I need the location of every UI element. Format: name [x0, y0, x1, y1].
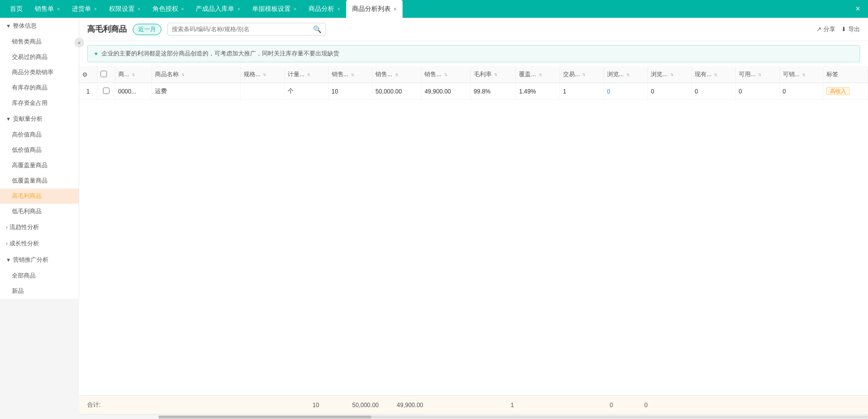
row-tag: 高收入 [823, 83, 868, 100]
sort-sales3-icon[interactable]: ⇅ [444, 73, 448, 77]
sidebar-collapse-button[interactable]: « [74, 38, 84, 47]
nav-purchase-close[interactable]: × [94, 6, 97, 12]
horizontal-scrollbar[interactable] [79, 414, 868, 419]
sort-unit-icon[interactable]: ⇅ [307, 73, 310, 77]
col-name[interactable]: 商品名称 ⇅ [152, 66, 240, 83]
nav-template-close[interactable]: × [294, 6, 297, 12]
sort-code-icon[interactable]: ⇅ [132, 73, 135, 77]
info-icon: ✦ [94, 50, 99, 57]
sort-trade-icon[interactable]: ⇅ [582, 73, 586, 77]
content-header: 高毛利商品 近一月 🔍 ↗ 分享 ⬇ 导出 [79, 18, 868, 41]
nav-role-close[interactable]: × [181, 6, 184, 12]
nav-goods-analysis-list[interactable]: 商品分析列表 × [346, 0, 403, 18]
col-sales1[interactable]: 销售... ⇅ [328, 66, 372, 83]
nav-goods-analysis[interactable]: 商品分析 × [303, 0, 346, 18]
col-checkbox[interactable] [97, 66, 115, 83]
nav-product-warehouse-close[interactable]: × [237, 6, 240, 12]
scrollbar-track[interactable] [158, 416, 868, 419]
col-sales3[interactable]: 销售... ⇅ [421, 66, 470, 83]
sort-available-icon[interactable]: ⇅ [758, 73, 762, 77]
col-sales2[interactable]: 销售... ⇅ [372, 66, 421, 83]
col-tag[interactable]: 标签 [823, 66, 868, 83]
nav-sales-close[interactable]: × [57, 6, 60, 12]
col-browse1[interactable]: 浏览... ⇅ [604, 66, 648, 83]
filter-recent-month[interactable]: 近一月 [133, 24, 161, 35]
sort-coverage-icon[interactable]: ⇅ [539, 73, 542, 77]
row-browse1: 0 [604, 83, 648, 100]
sort-margin-icon[interactable]: ⇅ [494, 73, 498, 77]
nav-product-warehouse[interactable]: 产成品入库单 × [190, 0, 246, 18]
arrow-marketing: ▼ [6, 257, 11, 263]
sidebar-item-all-goods[interactable]: 全部商品 [0, 268, 79, 283]
row-trade: 1 [560, 83, 604, 100]
sidebar-item-stock-funds[interactable]: 库存资金占用 [0, 95, 79, 111]
col-coverage[interactable]: 覆盖... ⇅ [516, 66, 560, 83]
sort-sales2-icon[interactable]: ⇅ [395, 73, 399, 77]
row-coverage: 1.49% [516, 83, 560, 100]
sidebar-item-low-margin[interactable]: 低毛利商品 [0, 204, 79, 219]
nav-template[interactable]: 单据模板设置 × [246, 0, 303, 18]
table-row: 1 0000... 运费 [79, 83, 868, 100]
nav-home[interactable]: 首页 [4, 0, 29, 18]
sidebar-item-low-coverage[interactable]: 低覆盖量商品 [0, 173, 79, 188]
sort-spec-icon[interactable]: ⇅ [263, 73, 266, 77]
col-spec[interactable]: 规格... ⇅ [241, 66, 285, 83]
sidebar-item-high-value[interactable]: 高价值商品 [0, 127, 79, 142]
col-browse2[interactable]: 浏览... ⇅ [648, 66, 692, 83]
row-spec [241, 83, 285, 100]
col-gross-margin[interactable]: 毛利率 ⇅ [470, 66, 516, 83]
settings-icon[interactable]: ⚙ [82, 71, 88, 78]
top-navigation: 首页 销售单 × 进货单 × 权限设置 × 角色授权 × 产成品入库单 × 单据… [0, 0, 868, 18]
sidebar-group-contribution[interactable]: ▼ 贡献量分析 [0, 111, 79, 127]
sidebar-group-marketing[interactable]: ▼ 营销推广分析 [0, 252, 79, 268]
nav-permission[interactable]: 权限设置 × [103, 0, 147, 18]
sidebar-item-in-stock[interactable]: 有库存的商品 [0, 80, 79, 95]
sidebar-item-high-coverage[interactable]: 高覆盖量商品 [0, 158, 79, 173]
sort-sales1-icon[interactable]: ⇅ [351, 73, 355, 77]
nav-goods-analysis-list-close[interactable]: × [394, 6, 397, 12]
search-input[interactable] [172, 26, 313, 33]
nav-permission-close[interactable]: × [138, 6, 141, 12]
export-icon: ⬇ [841, 26, 846, 33]
export-button[interactable]: ⬇ 导出 [841, 25, 860, 34]
col-available[interactable]: 可用... ⇅ [735, 66, 779, 83]
row-select-checkbox[interactable] [103, 88, 109, 94]
col-trade[interactable]: 交易... ⇅ [560, 66, 604, 83]
nav-goods-analysis-close[interactable]: × [337, 6, 340, 12]
sidebar-group-trend[interactable]: › 流趋性分析 [0, 219, 79, 235]
sort-current-icon[interactable]: ⇅ [714, 73, 717, 77]
row-browse2: 0 [648, 83, 692, 100]
col-code[interactable]: 商... ⇅ [115, 66, 152, 83]
sidebar-group-growth[interactable]: › 成长性分析 [0, 235, 79, 252]
sort-sellable-icon[interactable]: ⇅ [802, 73, 806, 77]
footer-total: 合计: 10 50,000.00 49,900.00 1 0 0 [79, 395, 868, 414]
row-checkbox[interactable] [97, 83, 115, 100]
sidebar-item-new-goods[interactable]: 新品 [0, 283, 79, 299]
search-box[interactable]: 🔍 [167, 23, 326, 36]
sidebar: ▼ 整体信息 销售类商品 交易过的商品 商品分类助销率 有库存的商品 库存资金占… [0, 18, 79, 299]
col-sellable[interactable]: 可销... ⇅ [779, 66, 823, 83]
col-current[interactable]: 现有... ⇅ [692, 66, 736, 83]
arrow-growth: › [6, 241, 7, 246]
sidebar-group-overall[interactable]: ▼ 整体信息 [0, 18, 79, 34]
share-button[interactable]: ↗ 分享 [817, 25, 835, 34]
sidebar-item-sales-goods[interactable]: 销售类商品 [0, 34, 79, 49]
select-all-checkbox[interactable] [101, 71, 107, 77]
sidebar-item-low-value[interactable]: 低价值商品 [0, 142, 79, 158]
sidebar-item-high-margin[interactable]: 高毛利商品 [0, 188, 79, 204]
close-all-tabs[interactable]: × [852, 4, 864, 13]
data-table-container: ⚙ 商... ⇅ 商品名称 ⇅ [79, 66, 868, 395]
sort-browse1-icon[interactable]: ⇅ [626, 73, 630, 77]
scrollbar-thumb[interactable] [158, 416, 371, 419]
sidebar-item-category-rate[interactable]: 商品分类助销率 [0, 65, 79, 80]
sort-browse2-icon[interactable]: ⇅ [670, 73, 674, 77]
row-unit: 个 [284, 83, 328, 100]
nav-sales[interactable]: 销售单 × [29, 0, 66, 18]
nav-purchase[interactable]: 进货单 × [66, 0, 103, 18]
sort-name-icon[interactable]: ⇅ [181, 73, 185, 77]
row-sales3: 49,900.00 [421, 83, 470, 100]
col-settings[interactable]: ⚙ [79, 66, 97, 83]
col-unit[interactable]: 计量... ⇅ [284, 66, 328, 83]
sidebar-item-traded-goods[interactable]: 交易过的商品 [0, 49, 79, 65]
nav-role[interactable]: 角色授权 × [147, 0, 190, 18]
